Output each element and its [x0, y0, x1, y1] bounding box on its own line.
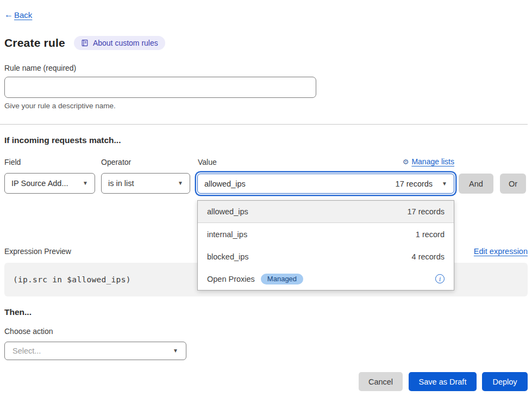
rule-name-input[interactable] — [4, 77, 316, 98]
back-label: Back — [14, 10, 32, 20]
field-label: Field — [4, 158, 21, 166]
edit-expression-link[interactable]: Edit expression — [474, 247, 528, 256]
operator-select[interactable]: is in list ▼ — [101, 173, 190, 194]
list-dropdown-panel: allowed_ips 17 records internal_ips 1 re… — [197, 200, 454, 290]
section-divider — [0, 124, 528, 125]
create-rule-page: ← Back Create rule About custom rules Ru… — [0, 0, 532, 402]
list-option-name: allowed_ips — [207, 207, 248, 216]
list-option-name: internal_ips — [207, 230, 247, 239]
value-select[interactable]: allowed_ips 17 records ▼ — [197, 174, 454, 194]
field-select-value: IP Source Add... — [11, 179, 68, 188]
list-option-allowed-ips[interactable]: allowed_ips 17 records — [198, 201, 454, 223]
list-option-records: 17 records — [407, 207, 445, 216]
list-option-records: 1 record — [416, 230, 445, 239]
list-option-records: 4 records — [412, 252, 445, 261]
choose-action-label: Choose action — [4, 327, 53, 336]
rule-name-label: Rule name (required) — [4, 64, 76, 72]
list-option-name: blocked_ips — [207, 252, 249, 261]
cancel-button[interactable]: Cancel — [359, 372, 403, 391]
caret-down-icon: ▼ — [83, 181, 88, 186]
deploy-button[interactable]: Deploy — [482, 372, 528, 391]
caret-down-icon: ▼ — [178, 181, 183, 186]
list-option-internal-ips[interactable]: internal_ips 1 record — [198, 223, 454, 245]
caret-down-icon: ▼ — [442, 181, 447, 187]
value-label: Value — [198, 158, 217, 166]
caret-down-icon: ▼ — [173, 348, 178, 354]
list-option-name: Open Proxies — [207, 275, 255, 283]
action-select-placeholder: Select... — [12, 347, 41, 355]
about-custom-rules-link[interactable]: About custom rules — [74, 36, 165, 50]
expression-code: (ip.src in $allowed_ips) — [13, 275, 131, 284]
managed-badge: Managed — [261, 274, 303, 285]
action-select[interactable]: Select... ▼ — [4, 342, 186, 360]
back-arrow-icon: ← — [4, 10, 13, 20]
about-badge-label: About custom rules — [93, 39, 158, 47]
list-option-open-proxies[interactable]: Open Proxies Managed i — [198, 268, 454, 290]
operator-select-value: is in list — [108, 179, 134, 188]
save-as-draft-button[interactable]: Save as Draft — [409, 372, 477, 391]
operator-label: Operator — [101, 158, 131, 166]
and-button[interactable]: And — [459, 174, 493, 194]
rule-name-helper: Give your rule a descriptive name. — [4, 102, 116, 110]
or-button[interactable]: Or — [500, 174, 526, 194]
manage-lists-label: Manage lists — [411, 157, 454, 166]
manage-lists-link[interactable]: ⚙ Manage lists — [396, 157, 454, 166]
value-select-records: 17 records — [396, 180, 433, 188]
back-link[interactable]: ← Back — [4, 10, 32, 20]
value-select-name: allowed_ips — [204, 180, 246, 188]
gear-icon: ⚙ — [403, 158, 409, 166]
book-icon — [81, 39, 89, 47]
info-icon[interactable]: i — [435, 274, 445, 283]
page-title: Create rule — [4, 36, 65, 50]
match-section-heading: If incoming requests match... — [4, 135, 121, 145]
title-row: Create rule About custom rules — [4, 36, 165, 50]
expression-preview-label: Expression Preview — [4, 247, 71, 256]
field-select[interactable]: IP Source Add... ▼ — [4, 173, 95, 194]
list-option-blocked-ips[interactable]: blocked_ips 4 records — [198, 245, 454, 268]
then-section-heading: Then... — [4, 307, 32, 317]
